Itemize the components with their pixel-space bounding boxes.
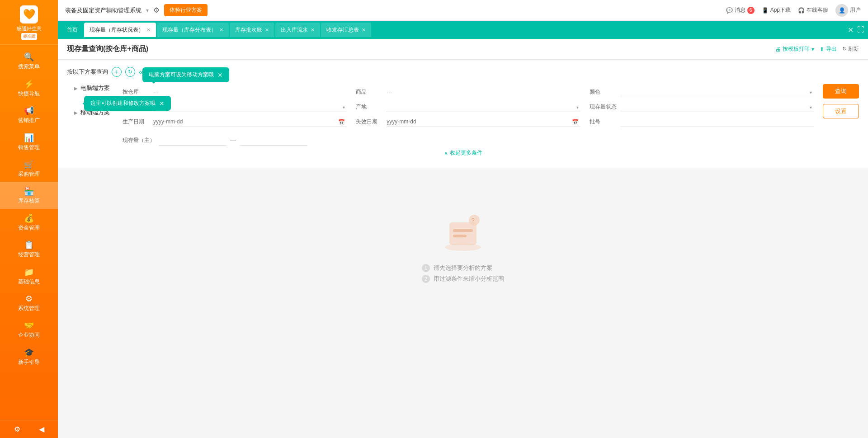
- tab-close-all-btn[interactable]: ✕: [848, 26, 854, 34]
- print-icon: 🖨: [775, 46, 781, 52]
- enterprise-icon: 🤝: [24, 320, 34, 330]
- warehouse-dots[interactable]: ···: [153, 89, 159, 96]
- tab-in-out-flow-close[interactable]: ✕: [311, 27, 315, 33]
- tab-batch-account-close[interactable]: ✕: [265, 27, 269, 33]
- logo-badge: 标准版: [21, 33, 37, 40]
- search-btn[interactable]: 查询: [823, 84, 859, 99]
- sidebar-item-enterprise[interactable]: 🤝 企业协同: [0, 316, 58, 343]
- exp-date-label: 失效日期: [356, 118, 383, 126]
- setup-btn[interactable]: 设置: [823, 104, 859, 118]
- collapse-label: 收起更多条件: [450, 149, 482, 157]
- main-area: 装备及固定资产辅助管理系统 ▾ ⚙ 体验行业方案 💬 消息 6 📱 App下载 …: [58, 0, 868, 438]
- app-download-icon: 📱: [762, 7, 769, 14]
- app-download-action[interactable]: 📱 App下载: [762, 6, 791, 14]
- tab-recv-send[interactable]: 收发存汇总表 ✕: [321, 23, 371, 37]
- collapse-bar[interactable]: ∧ 收起更多条件: [67, 146, 859, 160]
- online-service-icon: 🎧: [798, 7, 805, 14]
- sidebar-footer: ⚙ ◀: [0, 420, 58, 438]
- step-1-text: 请先选择要分析的方案: [434, 264, 492, 272]
- exp-date-input[interactable]: [387, 117, 580, 127]
- filter-row-goods: 商品 ···: [356, 87, 580, 97]
- content-area: 现存量查询(按仓库+商品) 🖨 按模板打印 ▾ ⬆ 导出 ↻ 刷新: [58, 39, 868, 438]
- stock-status-select-wrapper: ▾: [620, 102, 814, 112]
- svg-rect-2: [453, 229, 473, 232]
- sidebar-item-system[interactable]: ⚙ 系统管理: [0, 289, 58, 316]
- filter-row-origin: 产地 ▾: [356, 102, 580, 112]
- stock-main-max-input[interactable]: [240, 135, 307, 146]
- tooltip-pc-close[interactable]: ✕: [217, 71, 223, 79]
- size-select-wrapper: ▾: [153, 102, 347, 112]
- tab-batch-account[interactable]: 库存批次账 ✕: [230, 23, 274, 37]
- tooltip-create-close[interactable]: ✕: [159, 100, 165, 107]
- message-action[interactable]: 💬 消息 6: [726, 6, 755, 14]
- tab-inventory-status[interactable]: 现存量（库存状况表） ✕: [84, 23, 156, 37]
- settings-icon[interactable]: ⚙: [153, 6, 160, 14]
- sidebar-item-operations[interactable]: 📋 经营管理: [0, 235, 58, 262]
- sidebar-item-quick-nav[interactable]: ⚡ 快捷导航: [0, 75, 58, 101]
- color-select-wrapper: ▾: [620, 87, 814, 97]
- quick-nav-icon: ⚡: [24, 79, 34, 89]
- sidebar-item-basic-info[interactable]: 📁 基础信息: [0, 263, 58, 289]
- goods-dots[interactable]: ···: [387, 89, 392, 96]
- sidebar-item-finance[interactable]: 💰 资金管理: [0, 209, 58, 235]
- tab-inventory-dist-close[interactable]: ✕: [219, 27, 223, 33]
- user-action[interactable]: 👤 用户: [835, 4, 861, 17]
- empty-step-1: 1 请先选择要分析的方案: [422, 264, 504, 272]
- message-icon: 💬: [726, 7, 733, 14]
- mfg-date-wrapper: 📅: [153, 117, 347, 127]
- sidebar-item-purchase[interactable]: 🛒 采购管理: [0, 155, 58, 182]
- tab-bar-right: ✕ ⛶: [848, 26, 864, 34]
- stock-status-label: 现存量状态: [590, 103, 617, 111]
- tab-inventory-status-label: 现存量（库存状况表）: [90, 26, 144, 34]
- sidebar-item-guide[interactable]: 🎓 新手引导: [0, 343, 58, 370]
- tab-maximize-btn[interactable]: ⛶: [857, 26, 864, 34]
- step-2-text: 用过滤条件来缩小分析范围: [434, 275, 504, 283]
- online-service-action[interactable]: 🎧 在线客服: [798, 6, 828, 14]
- tab-batch-account-label: 库存批次账: [235, 26, 262, 34]
- guide-icon: 🎓: [24, 348, 34, 358]
- sidebar: 🧡 畅通好生意 标准版 🔍 搜索菜单 ⚡ 快捷导航 📢 营销推广 📊 销售管理 …: [0, 0, 58, 438]
- filter-grid: 按仓库 ··· 商品 ··· 颜色 ▾: [123, 87, 814, 146]
- filter-refresh-btn[interactable]: ↻: [125, 67, 135, 77]
- sidebar-item-search[interactable]: 🔍 搜索菜单: [0, 47, 58, 74]
- tab-bar: 首页 现存量（库存状况表） ✕ 现存量（库存分布表） ✕ 库存批次账 ✕ 出入库…: [58, 21, 868, 39]
- mfg-date-input[interactable]: [153, 117, 347, 127]
- footer-settings-btn[interactable]: ⚙: [14, 425, 20, 433]
- header-right: 💬 消息 6 📱 App下载 🎧 在线客服 👤 用户: [726, 4, 861, 17]
- user-name: 用户: [850, 6, 861, 14]
- footer-collapse-btn[interactable]: ◀: [39, 425, 44, 433]
- exp-date-wrapper: 📅: [387, 117, 580, 127]
- tab-recv-send-close[interactable]: ✕: [362, 27, 366, 33]
- tab-in-out-flow[interactable]: 出入库流水 ✕: [275, 23, 320, 37]
- tab-inventory-dist[interactable]: 现存量（库存分布表） ✕: [157, 23, 229, 37]
- refresh-icon: ↻: [842, 46, 847, 52]
- svg-rect-1: [449, 222, 476, 245]
- color-select[interactable]: [620, 87, 814, 97]
- stock-status-select[interactable]: [620, 102, 814, 112]
- stock-main-label: 现存量（主）: [123, 137, 155, 144]
- filter-row-stock-main: 现存量（主） —: [123, 135, 814, 146]
- system-dropdown-icon[interactable]: ▾: [146, 7, 149, 14]
- refresh-btn[interactable]: ↻ 刷新: [842, 45, 859, 53]
- tab-inventory-dist-label: 现存量（库存分布表）: [162, 26, 217, 34]
- filter-row-mfg-date: 生产日期 📅: [123, 117, 347, 127]
- print-dropdown-icon: ▾: [811, 46, 814, 52]
- scheme-item-pc[interactable]: ▶ 电脑端方案: [71, 82, 113, 94]
- origin-select[interactable]: [387, 102, 580, 112]
- sidebar-item-marketing[interactable]: 📢 营销推广: [0, 101, 58, 128]
- sidebar-item-sales[interactable]: 📊 销售管理: [0, 128, 58, 155]
- batch-input[interactable]: [620, 117, 814, 127]
- sidebar-item-inventory[interactable]: 🏪 库存核算: [0, 182, 58, 208]
- exp-date-calendar-icon[interactable]: 📅: [572, 119, 579, 125]
- mfg-date-calendar-icon[interactable]: 📅: [338, 119, 345, 125]
- print-btn[interactable]: 🖨 按模板打印 ▾: [775, 45, 814, 53]
- filter-add-btn[interactable]: +: [112, 67, 122, 77]
- tab-inventory-status-close[interactable]: ✕: [146, 27, 151, 33]
- size-select[interactable]: [153, 102, 347, 112]
- stock-main-min-input[interactable]: [159, 135, 226, 146]
- industry-btn[interactable]: 体验行业方案: [164, 4, 208, 16]
- filter-panel: 按以下方案查询 + ↻ « 电脑方案可设为移动方案哦 ✕ ▶ 电脑端方案: [58, 60, 868, 168]
- tab-home[interactable]: 首页: [61, 24, 83, 37]
- tab-recv-send-label: 收发存汇总表: [326, 26, 359, 34]
- export-btn[interactable]: ⬆ 导出: [820, 45, 837, 53]
